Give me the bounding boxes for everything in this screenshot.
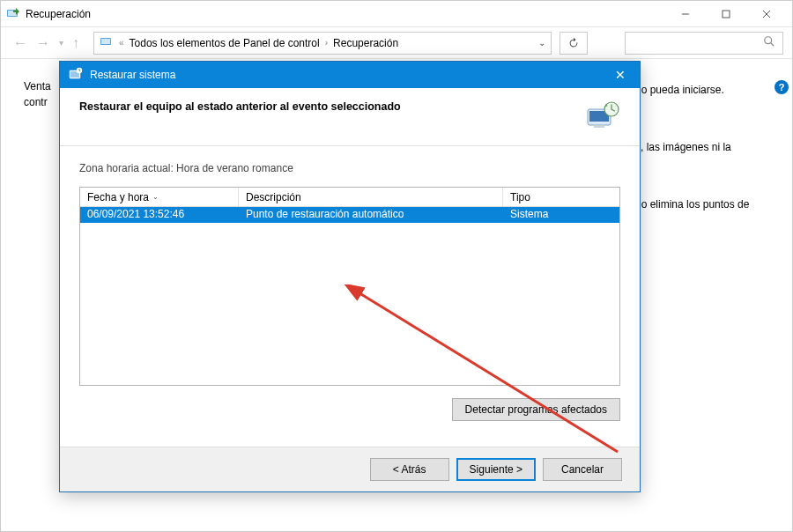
refresh-button[interactable] xyxy=(560,32,588,55)
svg-line-17 xyxy=(357,292,618,452)
breadcrumb-dropdown-icon[interactable]: ⌄ xyxy=(538,38,545,48)
breadcrumb[interactable]: « Todos los elementos de Panel de contro… xyxy=(93,32,552,55)
search-icon xyxy=(763,35,775,50)
next-button[interactable]: Siguiente > xyxy=(456,458,536,481)
history-dropdown-icon[interactable]: ▾ xyxy=(59,38,63,48)
dialog-footer: < Atrás Siguiente > Cancelar xyxy=(60,447,640,491)
svg-rect-7 xyxy=(101,39,110,44)
breadcrumb-item-1[interactable]: Todos los elementos de Panel de control xyxy=(130,37,320,49)
control-panel-icon xyxy=(100,34,114,51)
cancel-button[interactable]: Cancelar xyxy=(543,458,622,481)
breadcrumb-prefix: « xyxy=(119,38,124,48)
restore-dialog: Restaurar sistema ✕ Restaurar el equipo … xyxy=(59,61,641,492)
col-desc[interactable]: Descripción xyxy=(239,188,503,206)
minimize-button[interactable] xyxy=(665,1,706,27)
dialog-titlebar: Restaurar sistema ✕ xyxy=(60,62,640,88)
breadcrumb-item-2[interactable]: Recuperación xyxy=(333,37,398,49)
cell-type: Sistema xyxy=(503,207,619,223)
restore-large-icon xyxy=(585,100,620,135)
navbar: ← → ▾ ↑ « Todos los elementos de Panel d… xyxy=(1,27,792,59)
dialog-heading: Restaurar el equipo al estado anterior a… xyxy=(79,100,401,113)
cell-date: 06/09/2021 13:52:46 xyxy=(80,207,239,223)
content-fragments: o no pueda iniciarse. tos, las imágenes … xyxy=(626,80,767,308)
svg-rect-15 xyxy=(594,125,604,128)
back-button[interactable]: < Atrás xyxy=(370,458,449,481)
outer-titlebar: Recuperación xyxy=(1,1,792,27)
recovery-icon xyxy=(6,5,20,22)
restore-points-table[interactable]: Fecha y hora⌄ Descripción Tipo 06/09/202… xyxy=(79,187,620,386)
back-arrow-icon[interactable]: ← xyxy=(13,35,27,51)
table-header: Fecha y hora⌄ Descripción Tipo xyxy=(80,188,619,207)
sort-caret-icon: ⌄ xyxy=(152,193,159,201)
svg-line-9 xyxy=(771,43,774,47)
search-input[interactable] xyxy=(625,32,783,55)
col-type[interactable]: Tipo xyxy=(503,188,619,206)
dialog-title: Restaurar sistema xyxy=(90,69,175,81)
annotation-arrow xyxy=(345,284,626,461)
restore-icon xyxy=(69,67,83,84)
maximize-button[interactable] xyxy=(706,1,746,27)
detect-programs-button[interactable]: Detectar programas afectados xyxy=(452,398,620,421)
up-arrow-icon[interactable]: ↑ xyxy=(72,35,79,51)
timezone-label: Zona horaria actual: Hora de verano roma… xyxy=(79,162,620,174)
dialog-close-button[interactable]: ✕ xyxy=(610,68,631,82)
svg-point-8 xyxy=(765,37,772,44)
window-title: Recuperación xyxy=(26,8,91,20)
close-button[interactable] xyxy=(746,1,787,27)
col-date[interactable]: Fecha y hora⌄ xyxy=(80,188,239,206)
table-row[interactable]: 06/09/2021 13:52:46 Punto de restauració… xyxy=(80,207,619,223)
svg-rect-3 xyxy=(723,11,730,18)
forward-arrow-icon[interactable]: → xyxy=(36,35,50,51)
cell-desc: Punto de restauración automático xyxy=(239,207,503,223)
chevron-right-icon: › xyxy=(325,38,328,48)
